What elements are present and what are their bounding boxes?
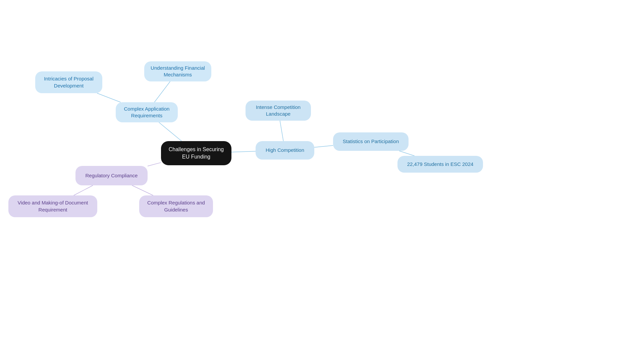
svg-line-0 xyxy=(159,122,182,141)
video-doc-node: Video and Making-of DocumentRequirement xyxy=(8,195,97,217)
svg-line-3 xyxy=(231,151,256,152)
financial-node: Understanding FinancialMechanisms xyxy=(144,61,211,81)
complex-app-label: Complex ApplicationRequirements xyxy=(124,106,170,119)
intricacies-label: Intricacies of ProposalDevelopment xyxy=(44,75,94,89)
complex-reg-label: Complex Regulations andGuidelines xyxy=(147,199,205,213)
svg-line-6 xyxy=(399,151,415,156)
intense-competition-node: Intense CompetitionLandscape xyxy=(246,101,311,121)
financial-label: Understanding FinancialMechanisms xyxy=(151,65,205,78)
statistics-node: Statistics on Participation xyxy=(333,132,409,151)
center-label: Challenges in Securing EU Funding xyxy=(167,146,225,160)
students-label: 22,479 Students in ESC 2024 xyxy=(407,161,474,168)
regulatory-node: Regulatory Compliance xyxy=(75,166,148,185)
center-node: Challenges in Securing EU Funding xyxy=(161,141,231,165)
complex-app-node: Complex ApplicationRequirements xyxy=(116,102,178,122)
regulatory-label: Regulatory Compliance xyxy=(86,172,138,179)
svg-line-7 xyxy=(148,163,161,166)
svg-line-4 xyxy=(280,121,283,141)
svg-line-5 xyxy=(314,145,333,147)
intricacies-node: Intricacies of ProposalDevelopment xyxy=(35,71,102,93)
svg-line-1 xyxy=(97,93,120,102)
svg-line-2 xyxy=(154,81,170,102)
complex-reg-node: Complex Regulations andGuidelines xyxy=(139,195,213,217)
video-doc-label: Video and Making-of DocumentRequirement xyxy=(18,199,88,213)
high-competition-node: High Competition xyxy=(256,141,314,160)
intense-competition-label: Intense CompetitionLandscape xyxy=(256,104,301,118)
statistics-label: Statistics on Participation xyxy=(343,138,399,145)
svg-line-9 xyxy=(132,185,153,195)
high-competition-label: High Competition xyxy=(266,147,304,154)
svg-line-8 xyxy=(74,185,93,195)
students-node: 22,479 Students in ESC 2024 xyxy=(397,156,483,173)
